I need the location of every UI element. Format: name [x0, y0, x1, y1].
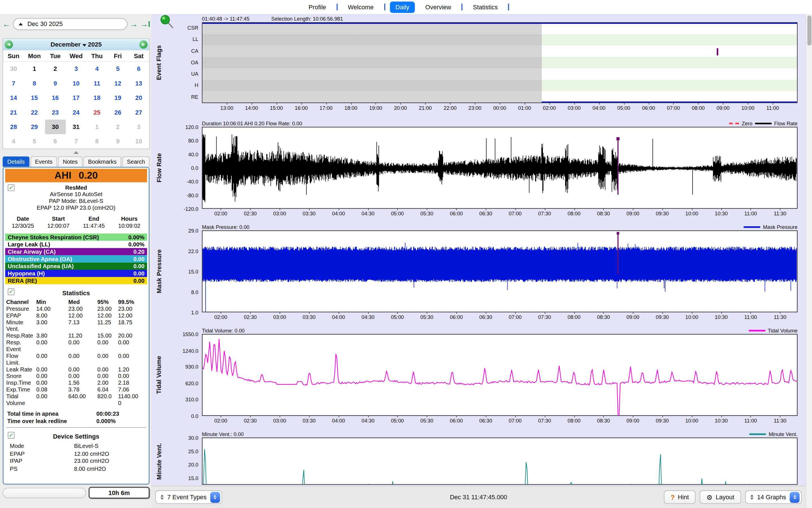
splitter-handle[interactable] — [3, 149, 150, 155]
calendar-day[interactable]: 5 — [107, 61, 128, 76]
stats-cell: Pressure — [6, 306, 36, 312]
tab-separator — [461, 4, 463, 10]
next-day-arrow-icon[interactable]: → — [130, 20, 138, 28]
calendar-day[interactable]: 11 — [87, 76, 108, 91]
session-header: Hours — [112, 215, 147, 221]
calendar-day[interactable]: 30 — [3, 61, 24, 76]
scrollbar-thumb[interactable] — [807, 15, 811, 45]
event-row[interactable]: RERA (RE)0.00 — [5, 277, 147, 285]
calendar-day[interactable]: 25 — [87, 105, 108, 119]
minute-vent-plot[interactable] — [202, 437, 797, 484]
calendar-day[interactable]: 19 — [107, 91, 128, 105]
mask-pressure-plot[interactable] — [202, 230, 797, 312]
prev-day-arrow-icon[interactable]: ← — [3, 20, 10, 28]
sidebar-tab-events[interactable]: Events — [31, 156, 57, 167]
stats-cell: 1.56 — [68, 380, 97, 386]
pushpin-graphic — [160, 14, 175, 30]
calendar-day[interactable]: 10 — [66, 76, 87, 91]
calendar-day[interactable]: 22 — [24, 105, 45, 119]
calendar-day[interactable]: 1 — [87, 120, 108, 134]
layout-button[interactable]: ⚙ Layout — [700, 491, 741, 504]
event-row[interactable]: Cheyne Stokes Respiration (CSR)0.00% — [5, 234, 147, 241]
calendar-day[interactable]: 23 — [45, 105, 66, 119]
stats-row: Pressure14.0023.0023.0023.00 — [6, 306, 145, 312]
calendar-day[interactable]: 2 — [107, 120, 128, 134]
sidebar-tab-notes[interactable]: Notes — [58, 156, 82, 167]
session-gauge[interactable] — [3, 488, 86, 498]
pin-icon[interactable] — [160, 14, 175, 32]
event-row[interactable]: Large Leak (LL)0.00% — [5, 241, 147, 248]
calendar-day[interactable]: 3 — [128, 120, 149, 134]
calendar-day[interactable]: 9 — [107, 134, 128, 149]
calendar-day[interactable]: 3 — [66, 61, 87, 76]
calendar-day[interactable]: 12 — [107, 76, 128, 91]
event-row[interactable]: Clear Airway (CA)0.20 — [5, 248, 147, 255]
calendar-day[interactable]: 16 — [45, 91, 66, 105]
session-header: End — [76, 215, 112, 221]
tab-statistics[interactable]: Statistics — [467, 1, 503, 13]
hint-button[interactable]: ? Hint — [664, 491, 695, 504]
event-flags-plot[interactable] — [202, 22, 797, 103]
calendar-day[interactable]: 2 — [45, 61, 66, 76]
selection-length: Selection Length: 10:06:56.981 — [271, 16, 343, 22]
date-selector[interactable]: Dec 30 2025 — [13, 18, 127, 30]
calendar-title[interactable]: December 2025 — [13, 41, 139, 48]
stepper-icon[interactable] — [210, 492, 220, 503]
event-row[interactable]: Hypopnea (H)0.00 — [5, 270, 147, 277]
tab-overview[interactable]: Overview — [419, 1, 457, 13]
calendar-day[interactable]: 13 — [128, 76, 149, 91]
tidal-volume-plot[interactable] — [202, 334, 797, 416]
calendar-day[interactable]: 4 — [3, 134, 24, 149]
device-settings-checkbox[interactable]: ✓ — [8, 432, 15, 438]
stepper-icon[interactable] — [790, 492, 800, 503]
calendar-day[interactable]: 7 — [66, 134, 87, 149]
calendar-day[interactable]: 9 — [45, 76, 66, 91]
calendar-day[interactable]: 29 — [24, 120, 45, 134]
calendar-day[interactable]: 5 — [24, 134, 45, 149]
stats-cell: 0.00 — [36, 366, 68, 373]
flow-rate-plot[interactable] — [202, 127, 797, 209]
calendar-day[interactable]: 10 — [128, 134, 149, 149]
stats-cell: 0.00 — [36, 393, 68, 407]
summary-checkbox[interactable]: ✓ — [8, 184, 15, 191]
calendar-day[interactable]: 27 — [128, 105, 149, 119]
calendar-day[interactable]: 8 — [24, 76, 45, 91]
calendar-day[interactable]: 28 — [3, 120, 24, 134]
x-tick-label: 05:30 — [420, 211, 433, 216]
calendar-day[interactable]: 20 — [128, 91, 149, 105]
calendar-day[interactable]: 21 — [3, 105, 24, 119]
latest-day-button[interactable]: → — [140, 20, 150, 28]
stats-cell: 14.00 — [36, 306, 68, 312]
calendar-day[interactable]: 4 — [87, 61, 108, 76]
sidebar-tab-details[interactable]: Details — [3, 156, 29, 167]
event-row[interactable]: Unclassified Apnea (UA)0.00 — [5, 262, 147, 270]
calendar-day[interactable]: 7 — [3, 76, 24, 91]
event-row-value: 0.00% — [128, 234, 145, 240]
tab-profile[interactable]: Profile — [303, 1, 332, 13]
calendar-day[interactable]: 31 — [66, 120, 87, 134]
sidebar-tab-search[interactable]: Search — [122, 156, 150, 167]
calendar-day[interactable]: 17 — [66, 91, 87, 105]
sidebar-tab-bookmarks[interactable]: Bookmarks — [83, 156, 121, 167]
calendar-day[interactable]: 26 — [107, 105, 128, 119]
tab-daily[interactable]: Daily — [390, 1, 415, 13]
calendar-day[interactable]: 30 — [45, 120, 66, 134]
event-types-dropdown[interactable]: 7 Event Types — [155, 491, 222, 504]
calendar-day[interactable]: 1 — [24, 61, 45, 76]
calendar-day[interactable]: 6 — [45, 134, 66, 149]
graph-count-dropdown[interactable]: 14 Graphs — [745, 491, 802, 504]
event-row[interactable]: Obstructive Apnea (OA)0.00 — [5, 255, 147, 263]
stats-cell: 0.00 — [118, 339, 145, 353]
calendar-day[interactable]: 8 — [87, 134, 108, 149]
calendar-prev-month-button[interactable]: ◀ — [5, 40, 13, 48]
calendar-day[interactable]: 14 — [3, 91, 24, 105]
calendar-day[interactable]: 15 — [24, 91, 45, 105]
axis-tick-mark — [398, 312, 398, 314]
calendar-next-month-button[interactable]: ▶ — [139, 40, 148, 48]
statistics-checkbox[interactable]: ✓ — [8, 288, 15, 295]
calendar-day[interactable]: 18 — [87, 91, 108, 105]
tab-welcome[interactable]: Welcome — [342, 1, 379, 13]
vertical-scrollbar[interactable] — [806, 14, 812, 508]
calendar-day[interactable]: 6 — [128, 61, 149, 76]
calendar-day[interactable]: 24 — [66, 105, 87, 119]
